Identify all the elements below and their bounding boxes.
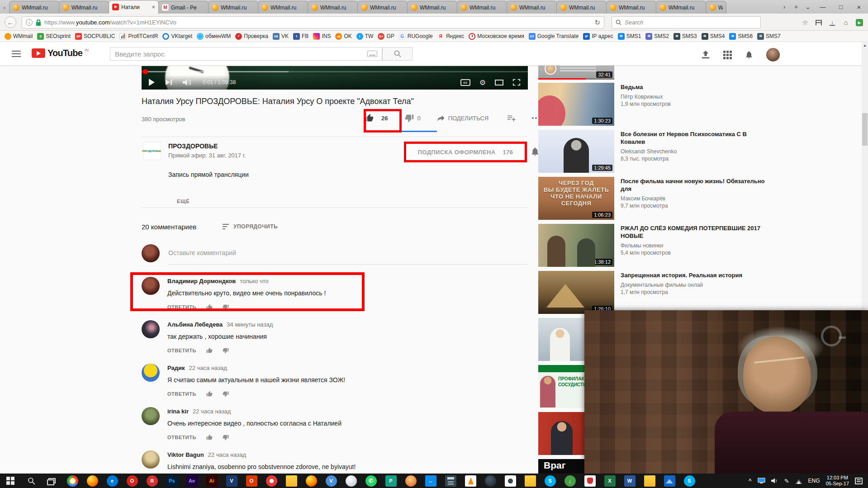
new-tab-button[interactable]: + (790, 0, 802, 13)
video-title[interactable]: РЖАЛ ДО СЛЁЗ КОМЕДИЯ ПОТЕРПЕВШИЕ 2017 НО… (621, 224, 765, 240)
taskbar-app[interactable]: Ae (182, 474, 202, 488)
taskbar-app[interactable] (341, 474, 361, 488)
language-indicator[interactable]: ENG (808, 478, 820, 484)
apps-grid-icon[interactable] (723, 51, 732, 59)
video-title[interactable]: После фильма начни новую жизнь! Обязател… (621, 177, 765, 193)
bookmark-item[interactable]: ✉ SMS3 (672, 32, 699, 41)
bookmark-item[interactable]: Московское время (467, 32, 526, 41)
taskbar-app[interactable]: V (222, 474, 242, 488)
bookmark-item[interactable]: SP SOCPUBLIC (73, 32, 117, 41)
tab-scroll-right-icon[interactable]: › (778, 0, 790, 13)
comment-author[interactable]: irina kir (167, 408, 189, 415)
window-maximize-button[interactable]: □ (832, 0, 850, 14)
bookmark-item[interactable]: ✉ SMS4 (700, 32, 727, 41)
window-close-button[interactable]: × (850, 0, 868, 14)
scroll-up-icon[interactable]: ▲ (862, 42, 868, 49)
taskbar-app[interactable]: X (600, 474, 620, 488)
related-video-item[interactable]: 1:26:10 Запрещенная история. Реальная ис… (538, 271, 773, 314)
bookmark-item[interactable]: S SEOsprint (35, 32, 72, 41)
comment-avatar[interactable] (142, 407, 160, 425)
browser-tab[interactable]: WMmail.ru (59, 1, 109, 14)
browser-tab[interactable]: WMmail.ru (606, 1, 656, 14)
video-overlay-pip[interactable] (584, 310, 868, 474)
taskbar-app[interactable]: O (242, 474, 261, 488)
downloads-icon[interactable]: ↓ (825, 17, 839, 28)
user-avatar[interactable] (766, 48, 780, 62)
taskbar-app[interactable] (640, 474, 659, 488)
related-video-item[interactable]: 1:38:12 РЖАЛ ДО СЛЁЗ КОМЕДИЯ ПОТЕРПЕВШИЕ… (538, 224, 773, 267)
comment-avatar[interactable] (142, 364, 160, 382)
youtube-logo[interactable]: YouTube IN (32, 48, 89, 58)
comment-dislike-icon[interactable] (223, 391, 229, 397)
browser-tab[interactable]: WMmail.ru (507, 1, 557, 14)
taskbar-app[interactable] (460, 474, 480, 488)
pen-input-icon[interactable]: ✎ (784, 478, 789, 484)
hidden-icons-caret[interactable]: ^ (749, 478, 752, 484)
video-channel[interactable]: Документальные фильмы онлай (621, 282, 765, 288)
browser-tab[interactable]: WMmail.ru (556, 1, 607, 14)
taskbar-app[interactable] (82, 474, 102, 488)
browser-tab[interactable]: Натали × (109, 0, 159, 14)
volume-icon[interactable] (183, 79, 192, 86)
browser-tab[interactable]: WMmail.ru (258, 1, 308, 14)
fullscreen-icon[interactable] (512, 79, 521, 86)
extension-icon[interactable]: ▶ (853, 17, 866, 28)
play-button[interactable] (149, 79, 155, 86)
comment-avatar[interactable] (142, 450, 160, 469)
comment-author[interactable]: Радик (167, 365, 185, 371)
video-channel[interactable]: Oleksandr Shevchenko (621, 148, 765, 155)
taskbar-app[interactable]: V (321, 474, 341, 488)
taskbar-app[interactable]: Ai (202, 474, 222, 488)
video-channel[interactable]: Пётр Коврижных (621, 94, 765, 100)
taskbar-app[interactable] (480, 474, 500, 488)
library-icon[interactable] (812, 17, 825, 28)
task-view-icon[interactable] (42, 474, 62, 488)
taskbar-app[interactable] (500, 474, 520, 488)
start-button[interactable] (0, 474, 21, 488)
related-video-item[interactable]: 1:29:45 Все болезни от Нервов Психосомат… (538, 130, 773, 173)
video-thumbnail[interactable]: ЧЕРЕЗ ГОД ВЫ БУДЕТЕ ЖАЛЕТЬ ЧТО НЕ НАЧАЛИ… (538, 177, 614, 220)
browser-search-field[interactable]: Search (612, 16, 761, 28)
bookmark-item[interactable]: G+ GP (376, 32, 396, 41)
bookmark-item[interactable]: ✉ SMS1 (616, 32, 643, 41)
youtube-search-input[interactable]: Введите запрос (110, 47, 382, 61)
tray-display-icon[interactable] (758, 478, 765, 484)
bookmark-item[interactable]: IP IP адрес (581, 32, 615, 41)
tab-scroll-left-icon[interactable]: ‹ (0, 1, 9, 14)
notifications-bell-icon[interactable] (745, 50, 754, 60)
url-text[interactable]: https://www.youtube.com/watch?v=1mH1EYiN… (44, 19, 591, 26)
taskbar-search-icon[interactable] (21, 474, 42, 488)
video-channel[interactable]: Максим Бочкарёв (621, 195, 765, 202)
share-button[interactable]: ПОДЕЛИТЬСЯ (437, 114, 489, 122)
video-thumbnail[interactable]: 1:29:45 (538, 130, 614, 173)
bookmark-item[interactable]: ✉ SMS2 (644, 32, 671, 41)
taskbar-app[interactable]: Ps (162, 474, 182, 488)
comment-like-icon[interactable] (206, 434, 213, 441)
bookmark-item[interactable]: обменWM (195, 32, 232, 41)
browser-tab[interactable]: WMmail.ru (457, 1, 507, 14)
taskbar-app[interactable] (261, 474, 281, 488)
url-bar[interactable]: i https://www.youtube.com/watch?v=1mH1EY… (22, 16, 604, 28)
window-minimize-button[interactable]: — (814, 0, 832, 14)
comment-like-icon[interactable] (206, 391, 213, 397)
comment-author[interactable]: Viktor Bagun (167, 451, 204, 458)
taskbar-app[interactable]: W (620, 474, 640, 488)
taskbar-app[interactable] (401, 474, 421, 488)
taskbar-app[interactable]: e (102, 474, 122, 488)
youtube-search-button[interactable] (382, 47, 413, 61)
home-icon[interactable]: ⌂ (839, 17, 853, 28)
action-center-icon[interactable] (855, 478, 863, 484)
show-more-button[interactable]: ЕЩЁ (177, 199, 190, 204)
taskbar-app[interactable] (659, 474, 679, 488)
bookmark-item[interactable]: ✉ SMS6 (727, 32, 754, 41)
page-info-icon[interactable]: i (26, 19, 33, 26)
video-thumbnail[interactable]: 1:30:23 (538, 83, 614, 126)
reply-button[interactable]: ОТВЕТИТЬ (167, 391, 196, 397)
comment-like-icon[interactable] (206, 347, 213, 354)
browser-tab[interactable]: WMmail.ru (208, 1, 258, 14)
taskbar-app[interactable] (441, 474, 460, 488)
comment-input-field[interactable]: Оставьте комментарий (168, 249, 236, 256)
subtitles-icon[interactable]: cc (460, 79, 470, 86)
bookmark-item[interactable]: Я Яндекс (436, 32, 466, 41)
comment-dislike-icon[interactable] (223, 434, 229, 441)
